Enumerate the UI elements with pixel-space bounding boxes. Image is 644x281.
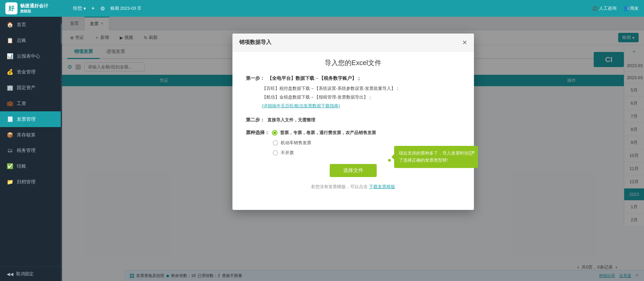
sidebar-item-label: 发票管理 [17, 116, 36, 122]
sidebar-item-tax[interactable]: 🗂 税务管理 [0, 143, 62, 158]
window-controls: ✕ ⤢ [621, 0, 644, 17]
sidebar-item-label: 归档管理 [17, 179, 36, 185]
logo-icon: 好 [5, 2, 17, 14]
invoice-icon: 🧾 [7, 116, 13, 122]
sidebar-cancel-pin[interactable]: ◀◀ 取消固定 [0, 267, 62, 281]
sidebar-item-cloud-report[interactable]: 📊 云报表中心 [0, 48, 62, 64]
radio-circle-2 [273, 150, 278, 156]
sidebar-item-label: 工资 [17, 101, 26, 107]
salary-icon: 💼 [7, 100, 13, 107]
pin-icon: ◀◀ [7, 272, 13, 277]
modal-title: 销项数据导入 [239, 39, 271, 46]
step1-guide-link[interactable]: (详细操作见百旺/航信发票数据下载指南) [262, 103, 340, 108]
step1-title: 第一步： 【全电平台】数据下载→【税务数字账户】； [246, 75, 461, 81]
home-icon: 🏠 [7, 21, 13, 28]
tooltip-bubble: ✕ 现在支持的票种多了，导入发票时别忘了选择正确的发票类型呀! [394, 146, 478, 168]
close-window-button[interactable]: ✕ [626, 5, 630, 12]
tooltip-text: 现在支持的票种多了，导入发票时别忘了选择正确的发票类型呀! [399, 151, 473, 163]
chevron-down-icon: ▾ [84, 6, 86, 11]
sidebar-item-home[interactable]: 🏠 首页 [0, 17, 62, 33]
step1-line0: 【全电平台】数据下载→【税务数字账户】； [267, 75, 361, 81]
ledger-icon: 📋 [7, 37, 13, 44]
radio-circle-1 [273, 140, 278, 146]
step1-line2: 【航信】金税盘数据下载→【报税管理-发票数据导出】； [262, 93, 461, 102]
header-middle: 你您 ▾ + ⚙ 账期 2023-03 🗓 [67, 5, 592, 12]
radio-dot-0 [273, 131, 276, 134]
sidebar-item-label: 首页 [17, 22, 26, 28]
company-name[interactable]: 你您 ▾ [73, 5, 86, 11]
settings-icon[interactable]: ⚙ [100, 5, 105, 12]
add-icon[interactable]: + [91, 5, 95, 12]
ai-consult-btn[interactable]: 🎧 人工咨询 [592, 5, 616, 11]
sidebar-item-label: 资金管理 [17, 69, 36, 75]
logo-sub: 旗舰版 [20, 9, 48, 14]
sidebar-item-label: 固定资产 [17, 85, 36, 91]
ticket-label: 票种选择： 普票，专票，卷票，通行费发票，农产品销售发票 [246, 130, 461, 136]
sidebar-item-label: 库存核算 [17, 132, 36, 138]
sidebar-item-archive[interactable]: 📁 归档管理 [0, 174, 62, 190]
select-file-button[interactable]: 选择文件 [330, 164, 377, 177]
logo-name: 畅捷通好会计 [20, 3, 48, 9]
step2-section: 第二步： 直接导入文件，无需整理 [246, 117, 461, 123]
modal-body: 导入您的Excel文件 第一步： 【全电平台】数据下载→【税务数字账户】； 【百… [232, 52, 474, 196]
archive-icon: 📁 [7, 179, 13, 185]
inventory-icon: 📦 [7, 132, 13, 138]
tooltip-close-button[interactable]: ✕ [471, 149, 475, 156]
headphone-icon: 🎧 [592, 6, 598, 11]
sidebar-item-settle[interactable]: ✅ 结账 [0, 158, 62, 174]
header-icons: + ⚙ 账期 2023-03 🗓 [91, 5, 142, 12]
step2-content: 直接导入文件，无需整理 [267, 117, 315, 123]
sidebar-item-ledger[interactable]: 📋 总账 [0, 33, 62, 48]
sidebar-scroll: 🏠 首页 📋 总账 📊 云报表中心 💰 资金管理 🏢 固定资产 💼 工资 [0, 17, 62, 267]
modal-header: 销项数据导入 ✕ [232, 34, 474, 52]
sidebar-item-fixed-assets[interactable]: 🏢 固定资产 [0, 80, 62, 96]
sidebar-item-inventory[interactable]: 📦 库存核算 [0, 127, 62, 143]
sidebar-item-label: 税务管理 [17, 148, 36, 154]
radio-option-0[interactable]: 普票，专票，卷票，通行费发票，农产品销售发票 [272, 130, 376, 136]
import-modal: 销项数据导入 ✕ 导入您的Excel文件 第一步： 【全电平台】数据下载→【税务… [232, 34, 474, 210]
top-header: 好 畅捷通好会计 旗舰版 你您 ▾ + ⚙ 账期 2023-03 🗓 🎧 人工咨… [0, 0, 644, 17]
tax-icon: 🗂 [7, 148, 13, 154]
sidebar-item-label: 云报表中心 [17, 53, 40, 59]
step1-content: 【百旺】税控盘数据下载→【系统设置-系统参数设置-发票批量导入】； 【航信】金税… [262, 84, 461, 110]
settle-icon: ✅ [7, 163, 13, 169]
radio-option-1[interactable]: 机动车销售发票 [273, 140, 461, 146]
modal-close-button[interactable]: ✕ [462, 40, 467, 46]
sidebar-item-label: 总账 [17, 38, 26, 44]
modal-import-title: 导入您的Excel文件 [246, 58, 461, 67]
step1-line1: 【百旺】税控盘数据下载→【系统设置-系统参数设置-发票批量导入】； [262, 84, 461, 93]
fixed-assets-icon: 🏢 [7, 85, 13, 91]
step2-title: 第二步： 直接导入文件，无需整理 [246, 117, 461, 123]
main-layout: 🏠 首页 📋 总账 📊 云报表中心 💰 资金管理 🏢 固定资产 💼 工资 [0, 17, 644, 281]
modal-footer: 若您没有发票模版，可以点击 下载发票模版 [246, 184, 461, 190]
sidebar: 🏠 首页 📋 总账 📊 云报表中心 💰 资金管理 🏢 固定资产 💼 工资 [0, 17, 62, 281]
tooltip-dot [387, 158, 391, 162]
sidebar-item-fund[interactable]: 💰 资金管理 [0, 64, 62, 80]
fund-icon: 💰 [7, 69, 13, 75]
cloud-report-icon: 📊 [7, 53, 13, 59]
content-area: 首页 发票 ✕ ⊕ 凭证 ＋ 新增 ▶ 视频 ↻ 刷新 [62, 17, 644, 281]
sidebar-item-salary[interactable]: 💼 工资 [0, 96, 62, 111]
step1-section: 第一步： 【全电平台】数据下载→【税务数字账户】； 【百旺】税控盘数据下载→【系… [246, 75, 461, 110]
download-template-link[interactable]: 下载发票模版 [369, 184, 395, 189]
sidebar-item-label: 结账 [17, 163, 26, 169]
radio-circle-0 [272, 130, 277, 135]
period-label: 账期 2023-03 🗓 [110, 5, 142, 11]
sidebar-item-invoice[interactable]: 🧾 发票管理 [0, 111, 62, 127]
logo-area: 好 畅捷通好会计 旗舰版 [5, 2, 67, 14]
maximize-window-button[interactable]: ⤢ [634, 5, 639, 12]
